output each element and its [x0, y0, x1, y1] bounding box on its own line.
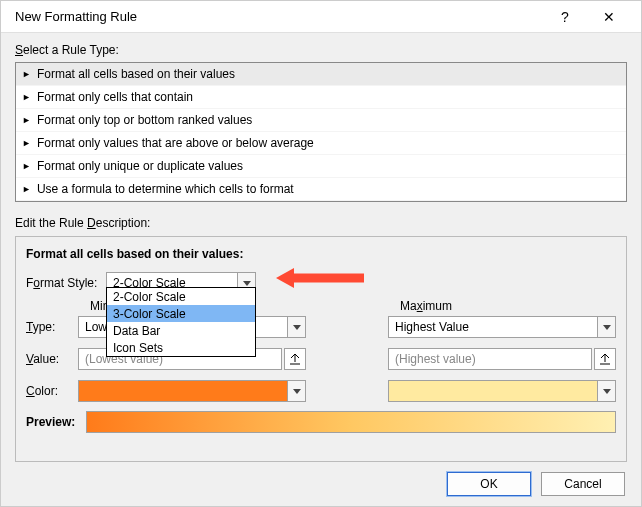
rule-type-item[interactable]: ►Use a formula to determine which cells …	[16, 178, 626, 201]
rule-type-item[interactable]: ►Format all cells based on their values	[16, 63, 626, 86]
ok-button[interactable]: OK	[447, 472, 531, 496]
collapse-dialog-icon	[289, 353, 301, 365]
rule-type-item[interactable]: ►Format only unique or duplicate values	[16, 155, 626, 178]
preview-label: Preview:	[26, 415, 86, 429]
min-color-swatch	[79, 381, 287, 401]
bullet-icon: ►	[22, 161, 31, 171]
max-color-combo[interactable]	[388, 380, 616, 402]
rule-type-text: Format only unique or duplicate values	[37, 159, 243, 173]
type-label: Type:	[26, 320, 78, 334]
preview-gradient	[86, 411, 616, 433]
format-style-dropdown[interactable]: 2-Color Scale 3-Color Scale Data Bar Ico…	[106, 287, 256, 357]
rule-description-box: Format all cells based on their values: …	[15, 236, 627, 462]
annotation-arrow-icon	[274, 266, 364, 293]
format-style-label: Format Style:	[26, 276, 106, 290]
maximum-label: Maximum	[400, 299, 628, 313]
titlebar: New Formatting Rule ? ✕	[1, 1, 641, 33]
min-value-picker-button[interactable]	[284, 348, 306, 370]
close-button[interactable]: ✕	[587, 1, 631, 33]
max-value-placeholder: (Highest value)	[389, 352, 591, 366]
dialog-content: Select a Rule Type: ►Format all cells ba…	[1, 33, 641, 462]
chevron-down-icon[interactable]	[287, 381, 305, 401]
rule-type-text: Use a formula to determine which cells t…	[37, 182, 294, 196]
color-label: Color:	[26, 384, 78, 398]
bullet-icon: ►	[22, 115, 31, 125]
format-style-option[interactable]: 3-Color Scale	[107, 305, 255, 322]
max-color-swatch	[389, 381, 597, 401]
bullet-icon: ►	[22, 92, 31, 102]
rule-type-label: Select a Rule Type:	[15, 43, 627, 57]
format-style-option[interactable]: 2-Color Scale	[107, 288, 255, 305]
cancel-button[interactable]: Cancel	[541, 472, 625, 496]
bullet-icon: ►	[22, 138, 31, 148]
format-style-option[interactable]: Icon Sets	[107, 339, 255, 356]
chevron-down-icon[interactable]	[287, 317, 305, 337]
rule-type-item[interactable]: ►Format only values that are above or be…	[16, 132, 626, 155]
format-style-option[interactable]: Data Bar	[107, 322, 255, 339]
rule-description-header: Format all cells based on their values:	[26, 247, 616, 261]
rule-type-list[interactable]: ►Format all cells based on their values …	[15, 62, 627, 202]
collapse-dialog-icon	[599, 353, 611, 365]
min-color-combo[interactable]	[78, 380, 306, 402]
value-label: Value:	[26, 352, 78, 366]
rule-type-text: Format only top or bottom ranked values	[37, 113, 252, 127]
rule-type-text: Format all cells based on their values	[37, 67, 235, 81]
rule-type-item[interactable]: ►Format only cells that contain	[16, 86, 626, 109]
dialog-footer: OK Cancel	[1, 462, 641, 506]
max-type-value: Highest Value	[389, 320, 597, 334]
help-button[interactable]: ?	[543, 1, 587, 33]
rule-description-label: Edit the Rule Description:	[15, 216, 627, 230]
rule-type-text: Format only cells that contain	[37, 90, 193, 104]
rule-type-text: Format only values that are above or bel…	[37, 136, 314, 150]
max-value-input[interactable]: (Highest value)	[388, 348, 592, 370]
max-value-picker-button[interactable]	[594, 348, 616, 370]
chevron-down-icon[interactable]	[597, 381, 615, 401]
window-title: New Formatting Rule	[15, 9, 543, 24]
chevron-down-icon[interactable]	[597, 317, 615, 337]
max-type-combo[interactable]: Highest Value	[388, 316, 616, 338]
bullet-icon: ►	[22, 69, 31, 79]
dialog-new-formatting-rule: New Formatting Rule ? ✕ Select a Rule Ty…	[0, 0, 642, 507]
bullet-icon: ►	[22, 184, 31, 194]
rule-type-item[interactable]: ►Format only top or bottom ranked values	[16, 109, 626, 132]
